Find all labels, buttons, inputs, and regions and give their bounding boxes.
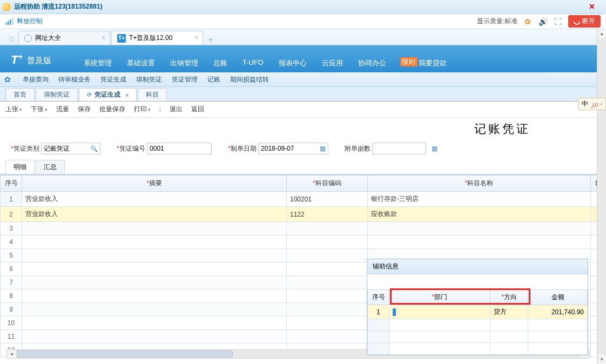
table-row[interactable]: 3: [1, 222, 606, 235]
cell-summary[interactable]: 营业款收入: [22, 192, 287, 207]
tab-close-icon[interactable]: ×: [194, 34, 198, 42]
number-field[interactable]: [147, 143, 212, 154]
number-label: 凭证编号: [119, 145, 145, 152]
aux-title: 辅助信息: [367, 259, 588, 274]
scroll-left[interactable]: ◂: [7, 350, 16, 358]
cell-name[interactable]: 应收账款: [368, 207, 591, 222]
refresh-icon[interactable]: ⟳: [87, 91, 92, 98]
calendar-icon[interactable]: ▦: [320, 145, 326, 152]
tab-detail[interactable]: 明细: [5, 160, 35, 174]
menu-tufo[interactable]: T-UFO: [243, 58, 264, 68]
fullscreen-icon[interactable]: ⛶: [553, 17, 563, 26]
col-summary[interactable]: *摘要: [22, 176, 287, 192]
submenu-period[interactable]: 期间损益结转: [230, 75, 269, 84]
browser-tab-app[interactable]: T+ T+普及版12.00 ×: [111, 31, 203, 45]
cell-summary[interactable]: 营业款收入: [22, 207, 287, 222]
cell-code[interactable]: 1122: [287, 207, 368, 222]
table-row[interactable]: 2 营业款收入 1122 应收账款: [1, 207, 606, 222]
back-button[interactable]: 返回: [191, 105, 204, 114]
menu-basic[interactable]: 基础设置: [127, 58, 155, 68]
display-quality-label[interactable]: 显示质量:标准: [477, 17, 517, 26]
vertical-scrollbar[interactable]: ▴ ▾: [597, 29, 606, 364]
table-row[interactable]: 4: [1, 235, 606, 249]
release-control-link[interactable]: 释放控制: [17, 17, 43, 26]
aux-col-seq[interactable]: 序号: [368, 290, 389, 305]
cursor-icon: [393, 308, 396, 316]
submenu-fill[interactable]: 填制凭证: [136, 75, 162, 84]
search-icon[interactable]: 🔍: [90, 145, 98, 152]
aux-row[interactable]: 1 贷方 201,740.90: [368, 305, 588, 319]
tab-subjects[interactable]: 科目: [138, 88, 167, 101]
page-tabs: 首页 填制凭证 ⟳凭证生成× 科目: [0, 87, 606, 102]
window-close-button[interactable]: ✕: [580, 2, 604, 12]
type-label: 凭证类别: [14, 145, 39, 152]
submenu-manage[interactable]: 凭证管理: [172, 75, 198, 84]
tab-label: T+普及版12.00: [129, 33, 172, 43]
tab-label: 网址大全: [35, 33, 61, 43]
aux-row[interactable]: [368, 319, 588, 331]
scroll-thumb[interactable]: [17, 350, 233, 358]
exit-button[interactable]: 退出: [170, 105, 183, 114]
col-seq[interactable]: 序号: [1, 176, 22, 192]
attach-input[interactable]: [375, 143, 423, 154]
detail-tabs: 明细 汇总: [0, 160, 606, 174]
aux-row[interactable]: [368, 331, 588, 343]
tab-summary[interactable]: 汇总: [36, 160, 65, 174]
aux-dept-cell[interactable]: [389, 305, 490, 319]
attach-field[interactable]: [372, 143, 426, 154]
cell-code[interactable]: 100201: [287, 192, 368, 207]
globe-icon: [24, 35, 32, 42]
speaker-icon[interactable]: 🔊: [538, 17, 548, 26]
menu-loan[interactable]: 限时我要贷款: [401, 58, 447, 68]
menu-gl[interactable]: 总账: [213, 58, 227, 68]
voucher-toolbar: 上张▾ 下张▾ 流量 保存 批量保存 打印▾ | 退出 返回: [0, 102, 606, 118]
tab-close-icon[interactable]: ×: [125, 92, 129, 98]
tab-generate[interactable]: ⟳凭证生成×: [79, 88, 137, 101]
prev-button[interactable]: 上张▾: [5, 105, 22, 114]
browser-tab-sites[interactable]: 网址大全 ×: [18, 31, 110, 45]
menu-cashier[interactable]: 出纳管理: [170, 58, 198, 68]
hangup-label: 断开: [582, 17, 595, 26]
print-button[interactable]: 打印▾: [134, 105, 151, 114]
menu-system[interactable]: 系统管理: [84, 58, 112, 68]
type-field[interactable]: 记账凭证🔍: [41, 143, 100, 154]
submenu-pending[interactable]: 待审核业务: [58, 75, 91, 84]
menu-collab[interactable]: 协同办公: [358, 58, 386, 68]
submenu-post[interactable]: 记账: [207, 75, 220, 84]
mic-icon[interactable]: ✿: [523, 17, 533, 26]
signal-icon: [5, 18, 14, 25]
scroll-up[interactable]: ▴: [597, 29, 606, 38]
batch-save-button[interactable]: 批量保存: [99, 105, 125, 114]
aux-info-panel: 辅助信息 序号 *部门 *方向 金额 1 贷方 201,740.90: [367, 259, 588, 355]
tab-fill[interactable]: 填制凭证: [36, 88, 78, 101]
flow-button[interactable]: 流量: [56, 105, 69, 114]
table-row[interactable]: 1 营业款收入 100201 银行存款-三明店: [1, 192, 606, 207]
aux-amt-cell[interactable]: 201,740.90: [528, 305, 588, 319]
aux-row[interactable]: [368, 343, 588, 355]
ime-indicator[interactable]: 中൰•: [578, 98, 606, 110]
calendar-icon[interactable]: ▦: [432, 145, 437, 152]
col-code[interactable]: *科目编码: [287, 176, 368, 192]
date-field[interactable]: 2018-09-07▦: [258, 143, 328, 154]
next-button[interactable]: 下张▾: [31, 105, 48, 114]
hangup-button[interactable]: 断开: [568, 15, 601, 28]
tab-home[interactable]: 首页: [5, 88, 35, 101]
aux-col-amt[interactable]: 金额: [528, 290, 588, 305]
submenu-generate[interactable]: 凭证生成: [100, 75, 126, 84]
browser-home-icon[interactable]: ⌂: [4, 31, 18, 45]
menu-reports[interactable]: 报表中心: [279, 58, 307, 68]
submenu-query[interactable]: 单据查询: [23, 75, 49, 84]
menu-cloud[interactable]: 云应用: [322, 58, 343, 68]
col-name[interactable]: *科目名称: [368, 176, 591, 192]
new-tab-button[interactable]: +: [204, 34, 217, 45]
gear-icon[interactable]: ✿: [4, 75, 13, 84]
scroll-down[interactable]: ▾: [597, 355, 606, 364]
tab-close-icon[interactable]: ×: [102, 34, 105, 42]
voucher-form: *凭证类别 记账凭证🔍 *凭证编号 *制单日期 2018-09-07▦ 附单据数…: [0, 140, 606, 159]
cell-name[interactable]: 银行存款-三明店: [368, 192, 591, 207]
app-edition: 普及版: [27, 56, 51, 72]
number-input[interactable]: [150, 143, 209, 154]
date-label: 制单日期: [231, 145, 257, 152]
save-button[interactable]: 保存: [78, 105, 91, 114]
aux-dir-cell[interactable]: 贷方: [490, 305, 528, 319]
